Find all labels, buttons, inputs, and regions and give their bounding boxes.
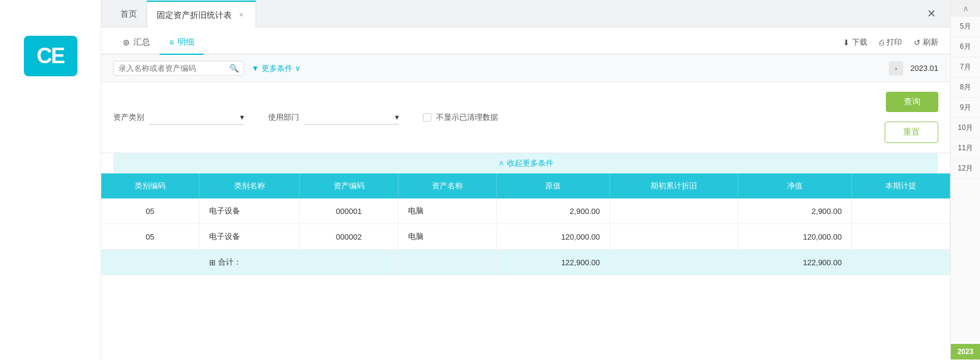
table-header-row: 类别编码 类别名称 资产编码 资产名称 原值 期初累计折旧 净值 本期计提 <box>101 173 950 198</box>
hide-cleared-label: 不显示已清理数据 <box>436 112 498 123</box>
month-5[interactable]: 5月 <box>951 17 980 37</box>
cell-asset-name-2: 电脑 <box>398 224 496 250</box>
col-category-code: 类别编码 <box>101 173 199 198</box>
cell-category-code-1: 05 <box>101 198 199 224</box>
tab-active[interactable]: 固定资产折旧统计表 × <box>147 1 256 28</box>
cell-asset-code-1: 000001 <box>300 198 398 224</box>
col-current-dep: 本期计提 <box>851 173 950 198</box>
print-button[interactable]: ⎙ 打印 <box>879 37 902 48</box>
query-button[interactable]: 查询 <box>886 92 938 112</box>
col-category-name: 类别名称 <box>199 173 300 198</box>
tab-summary[interactable]: ⊛ 汇总 <box>113 31 160 55</box>
asset-category-select[interactable]: ▾ <box>149 110 244 125</box>
download-icon: ⬇ <box>843 38 850 47</box>
refresh-button[interactable]: ↺ 刷新 <box>914 37 938 48</box>
total-asset-name <box>398 250 496 275</box>
department-field: 使用部门 ▾ <box>268 110 399 125</box>
hide-cleared-field: 不显示已清理数据 <box>423 112 498 123</box>
print-icon: ⎙ <box>879 38 884 47</box>
content-wrapper: ⊛ 汇总 ≡ 明细 ⬇ 下载 ⎙ 打印 ↺ 刷新 <box>101 27 950 360</box>
search-wrap: 🔍 <box>113 61 244 76</box>
hide-cleared-checkbox[interactable] <box>423 113 431 122</box>
cell-original-value-2: 120,000.00 <box>496 224 609 250</box>
total-row: ⊞ 合计： 122,900.00 122,900.00 <box>101 250 950 275</box>
reset-button[interactable]: 重置 <box>885 122 938 143</box>
col-net-value: 净值 <box>738 173 851 198</box>
more-filter-button[interactable]: ▼ 更多条件 ∨ <box>251 63 301 74</box>
total-icon: ⊞ 合计： <box>209 257 241 268</box>
cell-category-code-2: 05 <box>101 224 199 250</box>
collapse-label: ∧ 收起更多条件 <box>498 158 553 169</box>
collapse-bar-button[interactable]: ∧ 收起更多条件 <box>113 153 938 173</box>
total-icon-glyph: ⊞ <box>209 258 216 267</box>
chevron-down-icon: ∨ <box>295 64 301 73</box>
department-arrow: ▾ <box>395 113 399 122</box>
cell-current-dep-2 <box>851 224 950 250</box>
tab-detail[interactable]: ≡ 明细 <box>160 31 204 55</box>
download-label: 下载 <box>852 37 867 48</box>
filter-row: 资产类别 ▾ 使用部门 ▾ 不显示已清理数据 <box>113 92 938 143</box>
cell-category-name-1: 电子设备 <box>199 198 300 224</box>
year-badge[interactable]: 2023 <box>951 344 980 360</box>
tab-active-label: 固定资产折旧统计表 <box>157 1 232 29</box>
asset-category-label: 资产类别 <box>113 112 144 123</box>
tab-close-button[interactable]: × <box>237 10 246 20</box>
total-asset-code <box>300 250 398 275</box>
sidebar-logo: CE <box>0 0 101 360</box>
search-icon[interactable]: 🔍 <box>229 64 239 73</box>
tab-detail-label: 明细 <box>178 37 194 48</box>
layers-icon: ⊛ <box>123 38 130 47</box>
asset-category-arrow: ▾ <box>240 113 244 122</box>
filter-expand-button[interactable]: › <box>889 61 903 76</box>
total-current-dep <box>851 250 950 275</box>
cell-current-dep-1 <box>851 198 950 224</box>
month-nav: 5月 6月 7月 8月 9月 10月 11月 12月 <box>951 17 980 344</box>
tab-home[interactable]: 首页 <box>111 0 147 27</box>
table-row: 05 电子设备 000002 电脑 120,000.00 120,000.00 <box>101 224 950 250</box>
logo-emblem: CE <box>24 36 77 76</box>
asset-category-field: 资产类别 ▾ <box>113 110 244 125</box>
month-8[interactable]: 8月 <box>951 77 980 98</box>
col-accumulated-dep: 期初累计折旧 <box>609 173 738 198</box>
filter-icon: ▼ <box>251 64 259 73</box>
more-filter-label: 更多条件 <box>262 63 293 74</box>
cell-accumulated-dep-2 <box>609 224 738 250</box>
download-button[interactable]: ⬇ 下载 <box>843 37 867 48</box>
sub-tab-actions: ⬇ 下载 ⎙ 打印 ↺ 刷新 <box>843 37 938 54</box>
tab-bar: 首页 固定资产折旧统计表 × ✕ <box>101 0 950 27</box>
table-container: 类别编码 类别名称 资产编码 资产名称 原值 期初累计折旧 净值 本期计提 05… <box>101 173 950 360</box>
month-7[interactable]: 7月 <box>951 57 980 77</box>
cell-asset-code-2: 000002 <box>300 224 398 250</box>
department-label: 使用部门 <box>268 112 299 123</box>
col-asset-name: 资产名称 <box>398 173 496 198</box>
month-nav-up[interactable]: ∧ <box>951 0 980 17</box>
month-11[interactable]: 11月 <box>951 138 980 159</box>
main-area: 首页 固定资产折旧统计表 × ✕ ⊛ 汇总 ≡ 明细 ⬇ 下载 <box>101 0 950 360</box>
table-row: 05 电子设备 000001 电脑 2,900.00 2,900.00 <box>101 198 950 224</box>
total-original-value: 122,900.00 <box>496 250 609 275</box>
data-table: 类别编码 类别名称 资产编码 资产名称 原值 期初累计折旧 净值 本期计提 05… <box>101 173 950 275</box>
window-close-button[interactable]: ✕ <box>922 5 941 22</box>
search-input[interactable] <box>119 64 226 73</box>
month-9[interactable]: 9月 <box>951 98 980 118</box>
advanced-filter: 资产类别 ▾ 使用部门 ▾ 不显示已清理数据 <box>101 82 950 153</box>
tab-bar-right: ✕ <box>922 7 941 20</box>
print-label: 打印 <box>886 37 902 48</box>
total-icon-cell <box>101 250 199 275</box>
cell-category-name-2: 电子设备 <box>199 224 300 250</box>
month-10[interactable]: 10月 <box>951 118 980 138</box>
col-asset-code: 资产编码 <box>300 173 398 198</box>
col-original-value: 原值 <box>496 173 609 198</box>
department-select[interactable]: ▾ <box>304 110 399 125</box>
cell-net-value-2: 120,000.00 <box>738 224 851 250</box>
month-6[interactable]: 6月 <box>951 37 980 57</box>
cell-asset-name-1: 电脑 <box>398 198 496 224</box>
cell-original-value-1: 2,900.00 <box>496 198 609 224</box>
list-icon: ≡ <box>169 38 174 47</box>
refresh-icon: ↺ <box>914 38 920 47</box>
filter-actions: 查询 重置 <box>885 92 938 143</box>
filter-bar: 🔍 ▼ 更多条件 ∨ › 2023.01 <box>101 55 950 82</box>
sub-tab-bar: ⊛ 汇总 ≡ 明细 ⬇ 下载 ⎙ 打印 ↺ 刷新 <box>101 27 950 55</box>
month-12[interactable]: 12月 <box>951 159 980 179</box>
total-accumulated-dep <box>609 250 738 275</box>
